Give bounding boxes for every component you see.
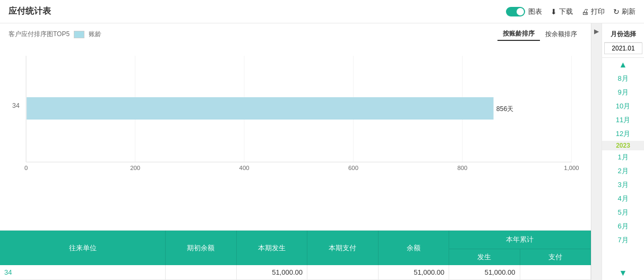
year-input[interactable] — [604, 43, 642, 54]
cell-balance: 51,000.00 — [378, 265, 449, 280]
download-button[interactable]: ⬇ 下载 — [551, 7, 573, 16]
expand-arrow-icon: ▶ — [594, 28, 599, 35]
download-icon: ⬇ — [551, 7, 557, 16]
table-section: 往来单位 期初余额 本期发生 本期支付 余额 本年累计 发生 支付 — [0, 230, 591, 280]
svg-text:800: 800 — [458, 165, 468, 171]
print-icon: 🖨 — [581, 7, 589, 16]
chart-toggle[interactable] — [506, 7, 525, 16]
col-balance: 余额 — [378, 231, 449, 265]
cell-opening — [166, 265, 237, 280]
page-title: 应付统计表 — [8, 6, 51, 17]
expand-col[interactable]: ▶ — [591, 23, 602, 280]
cell-ytd-occurrence: 51,000.00 — [449, 265, 520, 280]
month-item[interactable]: 7月 — [602, 233, 644, 247]
app-header: 应付统计表 图表 ⬇ 下载 🖨 打印 ↻ 刷新 — [0, 0, 644, 23]
month-item[interactable]: 10月 — [602, 99, 644, 113]
svg-text:34: 34 — [12, 102, 20, 109]
table-body: 34 51,000.00 51,000.00 51,000.00 — [0, 265, 591, 280]
header-actions: 图表 ⬇ 下载 🖨 打印 ↻ 刷新 — [506, 7, 636, 16]
col-ytd: 本年累计 — [449, 231, 591, 249]
sort-by-balance-button[interactable]: 按账龄排序 — [497, 28, 540, 41]
col-occurrence: 本期发生 — [236, 231, 307, 265]
col-opening: 期初余额 — [166, 231, 237, 265]
month-item[interactable]: 12月 — [602, 127, 644, 141]
chart-area: 34 0 200 400 600 800 1,000 — [0, 45, 591, 230]
data-table: 往来单位 期初余额 本期发生 本期支付 余额 本年累计 发生 支付 — [0, 231, 591, 280]
month-item[interactable]: 6月 — [602, 219, 644, 233]
svg-text:200: 200 — [130, 165, 140, 171]
legend-label: 账龄 — [89, 30, 101, 39]
month-item[interactable]: 4月 — [602, 192, 644, 206]
chart-toggle-label: 图表 — [528, 7, 542, 16]
download-label: 下载 — [559, 7, 573, 16]
chart-header: 客户应付排序图TOP5 账龄 按账龄排序 按余额排序 — [0, 23, 591, 45]
svg-text:1,000: 1,000 — [564, 165, 579, 171]
cell-ytd-payment — [520, 265, 591, 280]
sidebar: 月份选择 ▲ 8月9月10月11月12月20231月2月3月4月5月6月7月 ▼ — [602, 23, 644, 280]
table-header-row: 往来单位 期初余额 本期发生 本期支付 余额 本年累计 — [0, 231, 591, 249]
sidebar-title: 月份选择 — [604, 27, 642, 43]
month-item[interactable]: 2月 — [602, 164, 644, 178]
month-item[interactable]: 3月 — [602, 178, 644, 192]
scroll-up-button[interactable]: ▲ — [602, 58, 644, 72]
month-item[interactable]: 9月 — [602, 86, 644, 99]
chart-section: 客户应付排序图TOP5 账龄 按账龄排序 按余额排序 34 — [0, 23, 591, 280]
col-ytd-occurrence: 发生 — [449, 249, 520, 266]
year-label[interactable]: 2023 — [602, 141, 644, 150]
print-button[interactable]: 🖨 打印 — [581, 7, 605, 16]
print-label: 打印 — [591, 7, 605, 16]
main-content: 客户应付排序图TOP5 账龄 按账龄排序 按余额排序 34 — [0, 23, 644, 280]
vendor-link[interactable]: 34 — [4, 268, 12, 276]
svg-text:856天: 856天 — [496, 105, 514, 113]
refresh-button[interactable]: ↻ 刷新 — [613, 7, 636, 16]
legend-box — [74, 31, 84, 38]
scroll-down-button[interactable]: ▼ — [602, 266, 644, 280]
col-vendor: 往来单位 — [0, 231, 166, 265]
sidebar-header-area: 月份选择 — [602, 23, 644, 58]
bar-chart: 34 0 200 400 600 800 1,000 — [4, 45, 582, 183]
refresh-icon: ↻ — [613, 7, 620, 16]
cell-payment — [307, 265, 379, 280]
svg-text:600: 600 — [348, 165, 358, 171]
month-item[interactable]: 5月 — [602, 206, 644, 219]
month-item[interactable]: 8月 — [602, 72, 644, 86]
sidebar-nav: ▲ 8月9月10月11月12月20231月2月3月4月5月6月7月 ▼ — [602, 58, 644, 280]
cell-occurrence: 51,000.00 — [236, 265, 307, 280]
month-item[interactable]: 1月 — [602, 150, 644, 164]
month-list: 8月9月10月11月12月20231月2月3月4月5月6月7月 — [602, 72, 644, 266]
svg-text:400: 400 — [239, 165, 250, 171]
month-item[interactable]: 11月 — [602, 113, 644, 127]
cell-vendor: 34 — [0, 265, 166, 280]
col-ytd-payment: 支付 — [520, 249, 591, 266]
table-wrapper: 往来单位 期初余额 本期发生 本期支付 余额 本年累计 发生 支付 — [0, 231, 591, 280]
table-row: 34 51,000.00 51,000.00 51,000.00 — [0, 265, 591, 280]
svg-rect-14 — [27, 97, 493, 120]
chart-sort-buttons: 按账龄排序 按余额排序 — [497, 28, 582, 41]
svg-text:0: 0 — [24, 165, 28, 171]
refresh-label: 刷新 — [622, 7, 636, 16]
sort-by-amount-button[interactable]: 按余额排序 — [540, 28, 582, 41]
chart-toggle-wrapper: 图表 — [506, 7, 542, 16]
legend-title: 客户应付排序图TOP5 — [8, 30, 70, 39]
chart-legend: 客户应付排序图TOP5 账龄 — [8, 30, 101, 39]
col-payment: 本期支付 — [307, 231, 379, 265]
